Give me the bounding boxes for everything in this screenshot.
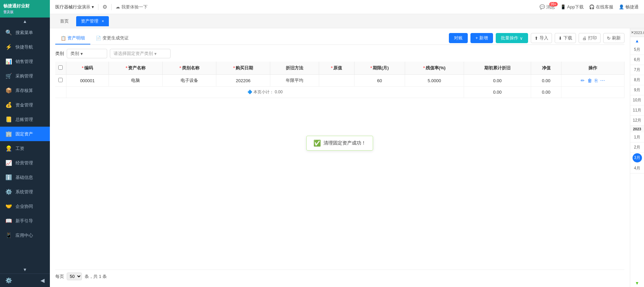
avatar-icon: 👤 [619, 4, 624, 9]
select-all-checkbox[interactable] [58, 65, 63, 70]
message-btn[interactable]: 💬 消息 99+ [540, 4, 555, 10]
sidebar-item-payroll[interactable]: 👷 工资 [0, 141, 50, 156]
sidebar-item-management[interactable]: 📈 经营管理 [0, 156, 50, 170]
management-icon: 📈 [5, 160, 12, 166]
app-logo: 畅捷通好业财 普及版 [0, 0, 50, 18]
table-row: 000001 电脑 电子设备 202206 年限平均 60 5.0000 0.0… [55, 75, 624, 87]
download-button[interactable]: ⬇ 下载 [555, 33, 576, 43]
month-7[interactable]: 7月 [630, 65, 644, 75]
sub-tab-asset-detail[interactable]: 📋 资产明细 [55, 32, 90, 44]
sidebar-item-purchase[interactable]: 🛒 采购管理 [0, 69, 50, 83]
sidebar-item-inventory[interactable]: 📦 库存核算 [0, 83, 50, 98]
asset-category-arrow: ▾ [154, 51, 157, 56]
month-9[interactable]: 9月 [630, 85, 644, 95]
main-area: 医疗器械行业演示 ▾ ⚙ ☁ 我要体验一下 💬 消息 99+ 📱 App下载 🎧… [50, 0, 644, 287]
sidebar-item-finance[interactable]: 💰 资金管理 [0, 98, 50, 112]
refresh-icon: ↻ [607, 36, 611, 41]
experience-btn[interactable]: ☁ 我要体验一下 [116, 4, 148, 10]
category-select[interactable]: 类别 ▾ [67, 49, 107, 58]
new-button[interactable]: + 新增 [470, 33, 493, 43]
month-10[interactable]: 10月 [630, 95, 644, 105]
sidebar-item-system[interactable]: ⚙️ 系统管理 [0, 185, 50, 199]
cell-depreciation-method: 年限平均 [270, 75, 319, 87]
delete-icon[interactable]: 🗑 [587, 78, 592, 83]
collab-icon: 🤝 [5, 203, 12, 210]
subtotal-initial: 0.00 [464, 87, 531, 98]
topbar-right: 💬 消息 99+ 📱 App下载 🎧 在线客服 👤 畅捷通 [540, 4, 639, 10]
select-all-header[interactable] [55, 62, 66, 75]
print-button[interactable]: 🖨 打印 [579, 33, 601, 43]
right-panel-header: ✕ 2023.03 ⤢ [630, 28, 644, 37]
col-action: 操作 [561, 62, 624, 75]
month-5[interactable]: 5月 [630, 45, 644, 55]
import-button[interactable]: ⬆ 导入 [531, 33, 552, 43]
sidebar-item-search[interactable]: 🔍 搜索菜单 [0, 25, 50, 40]
basic-info-icon: ℹ️ [5, 174, 12, 181]
sidebar-item-quicknav[interactable]: ⚡ 快捷导航 [0, 40, 50, 54]
sidebar-item-label: 新手引导 [16, 218, 33, 224]
panel-scroll-up[interactable]: ▲ [630, 37, 644, 45]
cloud-icon: ☁ [116, 4, 120, 9]
more-icon[interactable]: ⋯ [600, 78, 605, 83]
sidebar-item-collab[interactable]: 🤝 企业协同 [0, 199, 50, 214]
sidebar-item-ledger[interactable]: 📒 总账管理 [0, 112, 50, 127]
sub-tabs: 📋 资产明细 📄 变更生成凭证 对账 + 新增 批量操作 ∨ [55, 32, 624, 45]
tab-asset-manage[interactable]: 资产管理 × [76, 16, 109, 26]
row-checkbox[interactable] [58, 78, 63, 82]
month-6[interactable]: 6月 [630, 55, 644, 65]
app-download-label: App下载 [567, 4, 584, 10]
month-11[interactable]: 11月 [630, 105, 644, 116]
sidebar-item-guide[interactable]: 📖 新手引导 [0, 214, 50, 228]
topbar-divider [98, 4, 98, 10]
col-net-value: 净值 [531, 62, 561, 75]
asset-table-wrapper: *编码 *资产名称 *类别名称 *购买日期 折旧方法 *原值 *期限(月) *残… [55, 62, 624, 267]
sidebar-item-appstore[interactable]: 📱 应用中心 [0, 228, 50, 243]
topbar: 医疗器械行业演示 ▾ ⚙ ☁ 我要体验一下 💬 消息 99+ 📱 App下载 🎧… [50, 0, 644, 14]
sidebar-item-label: 总账管理 [16, 117, 33, 123]
company-name: 医疗器械行业演示 [55, 4, 90, 10]
customer-service-btn[interactable]: 🎧 在线客服 [589, 4, 613, 10]
topbar-divider2 [111, 4, 112, 10]
company-selector[interactable]: 医疗器械行业演示 ▾ [55, 4, 94, 10]
sidebar-scroll-down[interactable]: ▼ [0, 266, 50, 274]
cell-purchase-date: 202206 [216, 75, 270, 87]
sidebar-bottom[interactable]: ⚙️ ◀ [0, 274, 50, 287]
month-8[interactable]: 8月 [630, 75, 644, 85]
sub-tab-change-voucher[interactable]: 📄 变更生成凭证 [90, 32, 134, 44]
per-page-select[interactable]: 50 [67, 273, 82, 280]
sidebar-item-label: 销售管理 [16, 59, 33, 65]
app-icon: 📱 [560, 4, 566, 9]
tab-home[interactable]: 首页 [55, 16, 73, 26]
year-month-label: 2023.03 [634, 31, 644, 35]
edit-icon[interactable]: ✏ [581, 78, 585, 83]
success-toast: ✅ 清理固定资产成功！ [306, 136, 373, 151]
batch-ops-button[interactable]: 批量操作 ∨ [496, 33, 528, 43]
panel-scroll-down[interactable]: ▼ [630, 279, 644, 287]
sidebar-item-sales[interactable]: 📊 销售管理 [0, 54, 50, 69]
copy-icon[interactable]: ⎘ [595, 78, 597, 83]
sidebar-item-fixed-assets[interactable]: 🏢 固定资产 [0, 127, 50, 141]
cell-category: 电子设备 [162, 75, 216, 87]
user-avatar[interactable]: 👤 畅捷通 [619, 4, 639, 10]
app-download-btn[interactable]: 📱 App下载 [560, 4, 584, 10]
month-2[interactable]: 2月 [630, 142, 644, 153]
sidebar-item-basic-info[interactable]: ℹ️ 基础信息 [0, 170, 50, 185]
month-4[interactable]: 4月 [630, 163, 644, 173]
close-panel-icon[interactable]: ✕ [631, 30, 634, 35]
month-1[interactable]: 1月 [630, 132, 644, 142]
cell-initial-accumulated: 0.00 [464, 75, 531, 87]
logo-sub: 普及版 [3, 10, 30, 14]
month-12[interactable]: 12月 [630, 116, 644, 126]
tab-close-icon[interactable]: × [102, 19, 104, 24]
settings-gear-icon[interactable]: ⚙ [102, 4, 107, 10]
row-checkbox-cell[interactable] [55, 75, 66, 87]
sidebar-scroll-up[interactable]: ▲ [0, 18, 50, 25]
purchase-icon: 🛒 [5, 73, 12, 79]
settings-icon[interactable]: ⚙️ [5, 277, 12, 284]
refresh-button[interactable]: ↻ 刷新 [603, 33, 624, 43]
collapse-icon[interactable]: ◀ [40, 277, 44, 284]
filter-row: 类别 类别 ▾ 请选择固定资产类别 ▾ [55, 49, 624, 58]
reconcile-button[interactable]: 对账 [449, 33, 468, 43]
asset-category-select[interactable]: 请选择固定资产类别 ▾ [110, 49, 171, 58]
month-3-active[interactable]: 3月 [633, 153, 642, 163]
